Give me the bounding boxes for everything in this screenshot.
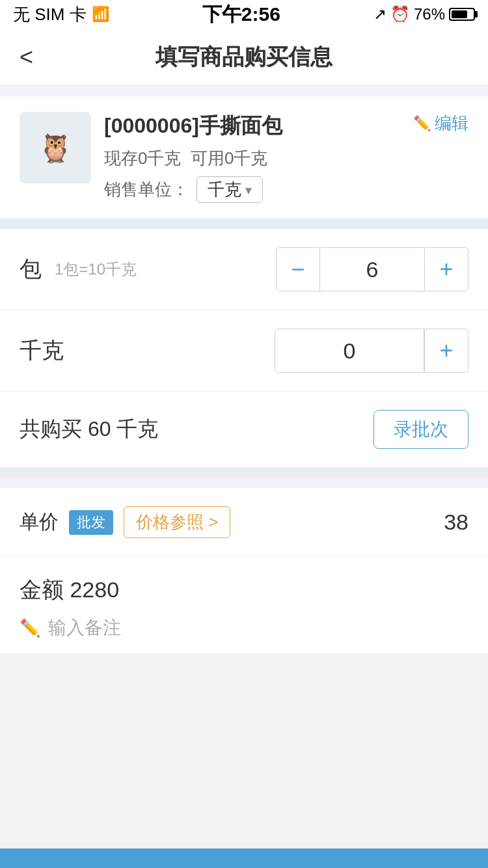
bag-qty-control: − + [276,247,468,292]
price-value: 38 [444,509,468,535]
total-amount: 60 [88,417,111,441]
empty-area [0,653,488,848]
total-text: 共购买 60 千克 [20,415,158,444]
price-label: 单价 [20,509,59,536]
wifi-icon: 📶 [92,6,109,23]
status-right: ↗ ⏰ 76% [373,5,475,23]
battery-percent: 76% [414,5,445,23]
remark-placeholder: 输入备注 [48,616,121,640]
bag-input-row: 包 1包=10千克 − + [0,229,488,310]
kg-qty-control: + [275,329,468,373]
input-section: 包 1包=10千克 − + 千克 + [0,229,488,392]
total-row: 共购买 60 千克 录批次 [0,392,488,467]
carrier-text: 无 SIM 卡 [13,3,87,26]
nav-bar: < 填写商品购买信息 [0,29,488,86]
kg-plus-button[interactable]: + [424,329,468,373]
page-title: 填写商品购买信息 [156,42,332,72]
bag-hint: 1包=10千克 [55,259,263,280]
unit-label: 销售单位： [104,178,189,201]
unit-arrow-icon: ▾ [245,182,252,198]
price-ref-button[interactable]: 价格参照 > [124,506,230,538]
amount-section: 金额 2280 ✏️ 输入备注 [0,557,488,653]
kg-quantity-input[interactable] [275,329,424,373]
location-icon: ↗ [373,5,386,23]
bag-label: 包 [20,254,42,284]
separator-2 [0,467,488,478]
bag-quantity-input[interactable] [320,247,424,292]
remark-row[interactable]: ✏️ 输入备注 [20,616,468,640]
price-section: 单价 批发 价格参照 > 38 [0,488,488,557]
battery-icon [449,8,475,21]
confirm-button[interactable]: 确定 [0,848,488,868]
price-ref-label: 价格参照 > [136,511,218,534]
status-bar: 无 SIM 卡 📶 下午2:56 ↗ ⏰ 76% [0,0,488,29]
amount-value: 2280 [70,577,119,602]
edit-icon: ✏️ [413,115,431,132]
product-card: 🦉 [0000006]手撕面包 现存0千克 可用0千克 销售单位： 千克 ▾ ✏… [0,96,488,219]
kg-label: 千克 [20,336,64,366]
bag-minus-button[interactable]: − [276,247,320,292]
status-left: 无 SIM 卡 📶 [13,3,109,26]
alarm-icon: ⏰ [390,5,410,23]
product-thumbnail: 🦉 [20,112,91,183]
unit-value: 千克 [208,178,241,201]
separator-1 [0,219,488,229]
unit-select[interactable]: 千克 ▾ [197,176,263,203]
product-logo-icon: 🦉 [38,132,72,164]
back-button[interactable]: < [13,37,40,77]
product-unit-row: 销售单位： 千克 ▾ [104,176,468,203]
status-time: 下午2:56 [202,1,280,28]
batch-button[interactable]: 录批次 [373,410,468,449]
price-tag: 批发 [69,510,113,535]
pencil-icon: ✏️ [20,618,40,638]
bag-plus-button[interactable]: + [424,247,468,292]
product-stock: 现存0千克 可用0千克 [104,147,468,170]
edit-label: 编辑 [435,112,468,135]
amount-row: 金额 2280 [20,575,468,605]
edit-link[interactable]: ✏️ 编辑 [413,112,468,135]
kg-input-row: 千克 + [0,310,488,392]
